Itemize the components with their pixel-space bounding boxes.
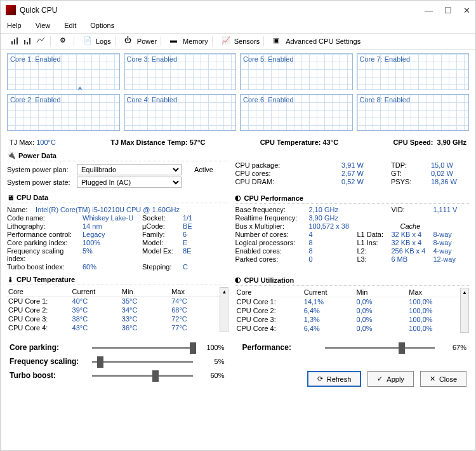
logs-icon: 📄 bbox=[83, 36, 93, 46]
thermometer-icon: 🌡 bbox=[7, 276, 14, 283]
core-graph-1[interactable]: Core 1: Enabled bbox=[7, 53, 120, 90]
table-row: CPU Core 2:6,4%0,0%100,0% bbox=[235, 306, 460, 315]
check-icon: ✓ bbox=[377, 375, 383, 383]
cpu-temp-section: 🌡CPU Temperature CoreCurrentMinMax CPU C… bbox=[7, 274, 228, 333]
turbo-slider[interactable] bbox=[92, 375, 193, 377]
memory-button[interactable]: Memory bbox=[183, 37, 208, 45]
core-parking-slider[interactable] bbox=[92, 347, 193, 349]
close-icon: ✕ bbox=[430, 375, 435, 383]
menu-edit[interactable]: Edit bbox=[64, 22, 76, 29]
table-row: CPU Core 2:39°C34°C68°C bbox=[7, 306, 220, 314]
window-title: Quick CPU bbox=[20, 6, 425, 15]
power-data-section: 🔌Power Data System power plan:Equilibrad… bbox=[7, 150, 228, 189]
core-graph-7[interactable]: Core 7: Enabled bbox=[357, 53, 470, 90]
power-state-select[interactable]: Plugged In (AC) bbox=[77, 177, 182, 188]
frequency-slider[interactable] bbox=[92, 361, 193, 363]
minimize-button[interactable]: — bbox=[425, 6, 433, 15]
plug-icon: 🔌 bbox=[7, 151, 16, 159]
menu-options[interactable]: Options bbox=[90, 22, 114, 29]
table-row: CPU Core 3:38°C33°C72°C bbox=[7, 314, 220, 323]
svg-rect-2 bbox=[17, 37, 18, 44]
app-icon bbox=[6, 5, 16, 15]
apply-button[interactable]: ✓Apply bbox=[367, 371, 414, 387]
cpu-perf-section: ◐CPU Performance Base frequency:2,10 GHz… bbox=[235, 192, 469, 263]
util-scrollbar[interactable] bbox=[460, 288, 469, 333]
temp-scrollbar[interactable] bbox=[220, 287, 228, 332]
core-graph-8[interactable]: Core 8: Enabled bbox=[357, 94, 470, 131]
svg-rect-4 bbox=[27, 42, 28, 44]
chart1-icon[interactable] bbox=[11, 36, 21, 46]
core-graphs: Core 1: Enabled Core 3: Enabled Core 5: … bbox=[1, 50, 475, 135]
toolbar: ⚙ 📄Logs ⏻Power ▬Memory 📈Sensors ▣Advance… bbox=[1, 33, 475, 50]
table-row: CPU Core 1:14,1%0,0%100,0% bbox=[235, 297, 460, 306]
table-row: CPU Core 1:40°C35°C74°C bbox=[7, 297, 220, 306]
svg-rect-0 bbox=[11, 41, 13, 44]
close-app-button[interactable]: ✕Close bbox=[420, 371, 466, 387]
svg-rect-1 bbox=[14, 39, 15, 44]
cpu-data-section: 🖥CPU Data Name:Intel(R) Core(TM) i5-1021… bbox=[7, 192, 228, 271]
table-row: CPU Core 4:6,4%0,0%100,0% bbox=[235, 324, 460, 333]
chart2-icon[interactable] bbox=[23, 36, 34, 46]
memory-icon: ▬ bbox=[170, 36, 180, 46]
monitor-icon: 🖥 bbox=[7, 194, 14, 201]
chart3-icon[interactable] bbox=[36, 36, 46, 46]
table-row: CPU Core 4:43°C36°C77°C bbox=[7, 323, 220, 332]
close-button[interactable]: ✕ bbox=[463, 6, 470, 15]
refresh-icon: ⟳ bbox=[317, 375, 323, 383]
logs-button[interactable]: Logs bbox=[96, 37, 111, 45]
power-icon: ⏻ bbox=[124, 36, 135, 46]
menubar: Help View Edit Options bbox=[1, 20, 475, 33]
cpu-util-section: ◐CPU Utilization CoreCurrentMinMax CPU C… bbox=[235, 274, 469, 333]
advanced-button[interactable]: Advanced CPU Settings bbox=[286, 37, 360, 45]
core-graph-6[interactable]: Core 6: Enabled bbox=[240, 94, 353, 131]
svg-rect-5 bbox=[29, 38, 30, 44]
core-graph-3[interactable]: Core 3: Enabled bbox=[124, 53, 237, 90]
table-row: CPU Core 3:1,3%0,0%100,0% bbox=[235, 315, 460, 324]
status-bar: TJ Max: 100°C TJ Max Distance Temp: 57°C… bbox=[1, 135, 475, 150]
gauge-icon: ◐ bbox=[235, 194, 241, 202]
cpu-icon: ▣ bbox=[273, 36, 283, 46]
titlebar: Quick CPU — ☐ ✕ bbox=[1, 1, 475, 20]
refresh-button[interactable]: ⟳Refresh bbox=[307, 371, 362, 387]
sensors-icon: 📈 bbox=[221, 36, 232, 46]
gear-icon[interactable]: ⚙ bbox=[60, 36, 70, 46]
power-plan-select[interactable]: Equilibrado bbox=[77, 164, 182, 175]
sensors-button[interactable]: Sensors bbox=[234, 37, 260, 45]
performance-slider[interactable] bbox=[325, 347, 435, 349]
core-graph-2[interactable]: Core 2: Enabled bbox=[7, 94, 120, 131]
maximize-button[interactable]: ☐ bbox=[444, 6, 452, 15]
core-graph-4[interactable]: Core 4: Enabled bbox=[124, 94, 237, 131]
svg-rect-3 bbox=[24, 40, 25, 44]
gauge-icon: ◐ bbox=[235, 276, 241, 284]
menu-help[interactable]: Help bbox=[7, 22, 22, 29]
power-button[interactable]: Power bbox=[137, 37, 157, 45]
core-graph-5[interactable]: Core 5: Enabled bbox=[240, 53, 353, 90]
menu-view[interactable]: View bbox=[36, 22, 51, 29]
